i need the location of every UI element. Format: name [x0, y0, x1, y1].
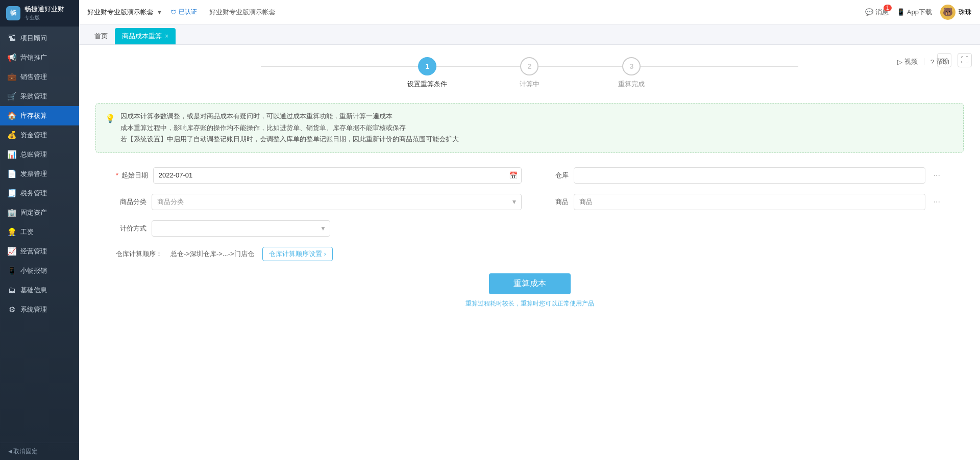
warehouse-order-btn-text: 仓库计算顺序设置: [269, 249, 322, 259]
tab-cost-recalc[interactable]: 商品成本重算 ×: [115, 28, 176, 44]
shield-icon: 🛡: [170, 9, 177, 16]
sidebar: 畅 畅捷通好业财 专业版 🏗 项目顾问 📢 营销推广 💼 销售管理 🛒 采购管理…: [0, 0, 79, 460]
message-icon: 💬: [865, 8, 873, 16]
sidebar-item-expense[interactable]: 📱 小畅报销: [0, 261, 79, 280]
verified-text: 已认证: [179, 8, 197, 16]
info-line2: 成本重算过程中，影响库存账的操作均不能操作，比如进货单、销货单、库存单据不能审核…: [120, 122, 459, 134]
sidebar-item-assets[interactable]: 🏢 固定资产: [0, 203, 79, 222]
app-name: 畅捷通好业财: [24, 5, 64, 14]
start-date-input[interactable]: [153, 167, 522, 184]
step-2: 2 计算中: [478, 57, 580, 89]
app-edition: 专业版: [24, 14, 64, 21]
app-icon: 畅: [6, 6, 20, 20]
content-area: ✕ ⛶ ▷ 视频 ? 帮助 1 设置重算条件: [79, 45, 980, 460]
recalc-button[interactable]: 重算成本: [489, 273, 571, 294]
sidebar-item-system[interactable]: ⚙ 系统管理: [0, 300, 79, 319]
warehouse-order-settings-btn[interactable]: 仓库计算顺序设置 ›: [262, 247, 333, 261]
step-1-label: 设置重算条件: [407, 80, 447, 89]
sidebar-item-basic-info[interactable]: 🗂 基础信息: [0, 280, 79, 300]
sidebar-item-label: 固定资产: [20, 208, 47, 217]
step-1-number: 1: [426, 62, 430, 70]
recalc-hint: 重算过程耗时较长，重算时您可以正常使用产品: [465, 299, 594, 308]
sidebar-item-payroll[interactable]: 👷 工资: [0, 222, 79, 242]
assets-icon: 🏢: [7, 208, 16, 217]
account-selector[interactable]: 好业财专业版演示帐套 ▼: [87, 8, 162, 17]
sidebar-item-label: 项目顾问: [20, 34, 47, 43]
step-3-number: 3: [630, 62, 634, 70]
category-label: 商品分类: [116, 197, 146, 207]
info-text: 因成本计算参数调整，或是对商品成本有疑问时，可以通过成本重算功能，重新计算一遍成…: [120, 111, 459, 145]
step-indicator: 1 设置重算条件 2 计算中 3 重算完成: [182, 57, 877, 89]
start-date-field: * 起始日期 📅: [116, 167, 522, 184]
sidebar-item-label: 税务管理: [20, 189, 47, 198]
account-full-name: 好业财专业版演示帐套: [205, 8, 861, 17]
message-btn[interactable]: 💬 消息 1: [865, 8, 889, 17]
sidebar-item-finance[interactable]: 💰 资金管理: [0, 125, 79, 145]
app-download-label: App下载: [907, 8, 932, 17]
video-link[interactable]: ▷ 视频: [897, 57, 918, 66]
info-line1: 因成本计算参数调整，或是对商品成本有疑问时，可以通过成本重算功能，重新计算一遍成…: [120, 111, 459, 122]
finance-icon: 💰: [7, 131, 16, 140]
step-2-number: 2: [528, 62, 532, 70]
message-badge: 1: [884, 5, 892, 11]
expand-btn[interactable]: ⛶: [958, 53, 972, 67]
main-area: 好业财专业版演示帐套 ▼ 🛡 已认证 好业财专业版演示帐套 💬 消息 1 📱 A…: [79, 0, 980, 460]
sidebar-item-marketing[interactable]: 📢 营销推广: [0, 48, 79, 67]
help-area: ▷ 视频 ? 帮助: [897, 57, 949, 66]
phone-icon: 📱: [897, 8, 905, 16]
warehouse-input[interactable]: [574, 167, 925, 184]
unpin-label: ◄取消固定: [7, 447, 38, 456]
sidebar-item-purchase[interactable]: 🛒 采购管理: [0, 87, 79, 106]
sidebar-item-operations[interactable]: 📈 经营管理: [0, 242, 79, 261]
step-3: 3 重算完成: [580, 57, 682, 89]
warehouse-field: 仓库 ···: [538, 167, 944, 184]
topbar: 好业财专业版演示帐套 ▼ 🛡 已认证 好业财专业版演示帐套 💬 消息 1 📱 A…: [79, 0, 980, 24]
sidebar-item-inventory[interactable]: 🏠 库存核算: [0, 106, 79, 125]
warehouse-order-row: 仓库计算顺序： 总仓->深圳仓库->...->门店仓 仓库计算顺序设置 ›: [116, 247, 943, 261]
question-icon: ?: [930, 58, 934, 66]
pricing-select[interactable]: [152, 220, 330, 237]
form-row-2: 商品分类 商品分类 ▼ 商品 ···: [116, 194, 943, 210]
basic-info-icon: 🗂: [7, 286, 16, 295]
product-field: 商品 ···: [538, 194, 944, 210]
inventory-icon: 🏠: [7, 111, 16, 120]
tab-home-label: 首页: [94, 32, 108, 41]
purchase-icon: 🛒: [7, 92, 16, 101]
account-dropdown-icon[interactable]: ▼: [157, 9, 162, 15]
sidebar-item-ledger[interactable]: 📊 总账管理: [0, 145, 79, 164]
sidebar-item-project[interactable]: 🏗 项目顾问: [0, 29, 79, 48]
user-menu[interactable]: 🐻 珠珠: [940, 5, 972, 20]
product-more-btn[interactable]: ···: [930, 196, 943, 208]
sidebar-item-label: 营销推广: [20, 53, 47, 62]
sidebar-item-sales[interactable]: 💼 销售管理: [0, 67, 79, 87]
product-input[interactable]: [574, 194, 925, 210]
calendar-icon[interactable]: 📅: [509, 171, 518, 180]
marketing-icon: 📢: [7, 53, 16, 62]
tab-home[interactable]: 首页: [87, 28, 115, 44]
sales-icon: 💼: [7, 72, 16, 82]
video-label: 视频: [904, 57, 918, 66]
topbar-right: 💬 消息 1 📱 App下载 🐻 珠珠: [865, 5, 972, 20]
app-download-btn[interactable]: 📱 App下载: [897, 8, 932, 17]
step-3-label: 重算完成: [618, 80, 645, 89]
system-icon: ⚙: [7, 305, 16, 314]
sidebar-item-invoice[interactable]: 📄 发票管理: [0, 164, 79, 184]
pricing-field: 计价方式 ▼: [116, 220, 330, 237]
required-star: *: [116, 171, 118, 179]
tax-icon: 🧾: [7, 189, 16, 198]
expense-icon: 📱: [7, 266, 16, 275]
product-label: 商品: [538, 197, 569, 207]
sidebar-item-label: 总账管理: [20, 150, 47, 159]
user-name: 珠珠: [959, 8, 972, 17]
warehouse-more-btn[interactable]: ···: [930, 170, 943, 181]
category-select[interactable]: 商品分类: [152, 194, 522, 210]
chevron-right-icon: ›: [324, 250, 326, 258]
start-date-label: * 起始日期: [116, 171, 148, 180]
help-link[interactable]: ? 帮助: [930, 57, 949, 66]
start-date-input-wrapper: 📅: [153, 167, 522, 184]
form-section: * 起始日期 📅 仓库 ··· 商品分类: [95, 167, 964, 308]
tab-close-btn[interactable]: ×: [165, 33, 168, 40]
sidebar-unpin[interactable]: ◄取消固定: [0, 443, 79, 460]
sidebar-logo: 畅 畅捷通好业财 专业版: [0, 0, 79, 27]
sidebar-item-tax[interactable]: 🧾 税务管理: [0, 184, 79, 203]
